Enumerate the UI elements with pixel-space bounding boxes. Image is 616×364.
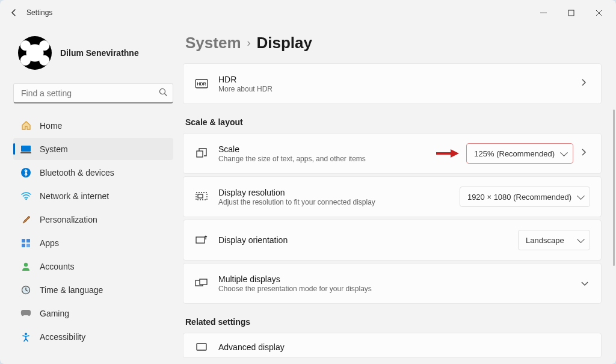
clock-icon — [20, 285, 31, 295]
system-icon — [20, 144, 31, 155]
sidebar-item-label: Bluetooth & devices — [40, 168, 114, 177]
search-wrap — [13, 83, 173, 103]
profile-name: Dilum Senevirathne — [60, 48, 139, 58]
accessibility-icon — [20, 332, 31, 342]
profile[interactable]: Dilum Senevirathne — [13, 36, 173, 70]
chevron-right-icon — [581, 148, 590, 159]
multiple-displays-card[interactable]: Multiple displays Choose the presentatio… — [183, 263, 602, 304]
gaming-icon — [20, 308, 31, 319]
scale-icon — [194, 147, 209, 159]
home-icon — [20, 120, 31, 131]
svg-point-1 — [160, 89, 165, 94]
hdr-title: HDR — [218, 75, 273, 84]
svg-rect-9 — [26, 244, 30, 247]
sidebar-item-label: Accessibility — [40, 332, 85, 342]
svg-rect-6 — [22, 239, 25, 242]
nav: Home System Bluetooth & devices Network … — [13, 114, 173, 348]
svg-rect-15 — [197, 151, 203, 157]
svg-text:HDR: HDR — [197, 82, 206, 86]
sidebar-item-accessibility[interactable]: Accessibility — [13, 325, 173, 348]
sidebar-item-bluetooth[interactable]: Bluetooth & devices — [13, 161, 173, 184]
resolution-subtitle: Adjust the resolution to fit your connec… — [218, 198, 375, 206]
sidebar-item-label: Personalization — [40, 215, 97, 224]
sidebar-item-time[interactable]: Time & language — [13, 279, 173, 301]
brush-icon — [20, 214, 31, 225]
svg-rect-7 — [26, 239, 30, 242]
breadcrumb: System › Display — [183, 34, 602, 52]
chevron-right-icon — [581, 78, 590, 89]
sidebar-item-label: Apps — [40, 238, 59, 248]
sidebar: Dilum Senevirathne Home System — [0, 25, 180, 364]
svg-rect-18 — [196, 237, 205, 243]
sidebar-item-gaming[interactable]: Gaming — [13, 302, 173, 324]
window-controls — [529, 3, 612, 22]
settings-window: Settings Dilum Senevirathne Home — [0, 0, 616, 364]
maximize-button[interactable] — [557, 3, 585, 22]
sidebar-item-label: Network & internet — [40, 191, 109, 201]
sidebar-item-network[interactable]: Network & internet — [13, 185, 173, 207]
sidebar-item-label: System — [40, 144, 68, 154]
chevron-right-icon: › — [247, 37, 251, 49]
svg-rect-8 — [22, 244, 25, 247]
svg-point-10 — [24, 262, 28, 266]
display-icon — [194, 342, 209, 352]
orientation-icon — [194, 235, 209, 245]
orientation-select[interactable]: Landscape — [518, 230, 590, 250]
back-button[interactable] — [4, 2, 24, 23]
sidebar-item-home[interactable]: Home — [13, 114, 173, 137]
resolution-icon — [194, 191, 209, 202]
resolution-card[interactable]: Display resolution Adjust the resolution… — [183, 176, 602, 217]
svg-rect-21 — [197, 344, 206, 350]
sidebar-item-label: Time & language — [40, 285, 103, 295]
svg-rect-0 — [568, 10, 574, 16]
maximize-icon — [568, 10, 574, 16]
hdr-subtitle: More about HDR — [218, 85, 273, 93]
scale-subtitle: Change the size of text, apps, and other… — [218, 155, 366, 163]
sidebar-item-label: Gaming — [40, 309, 69, 318]
svg-rect-3 — [20, 152, 31, 153]
arrow-left-icon — [9, 8, 19, 17]
svg-point-5 — [25, 198, 27, 200]
scrollbar[interactable] — [613, 110, 615, 266]
multiple-displays-subtitle: Choose the presentation mode for your di… — [218, 285, 372, 293]
sidebar-item-label: Home — [40, 121, 62, 131]
resolution-select[interactable]: 1920 × 1080 (Recommended) — [460, 187, 590, 207]
hdr-card[interactable]: HDR HDR More about HDR — [183, 63, 602, 104]
scale-select[interactable]: 125% (Recommended) — [466, 143, 573, 164]
arrow-annotation-icon — [437, 149, 459, 158]
scale-title: Scale — [218, 144, 366, 154]
svg-rect-2 — [21, 146, 31, 152]
sidebar-item-personalization[interactable]: Personalization — [13, 208, 173, 230]
minimize-button[interactable] — [529, 3, 557, 22]
multiple-displays-title: Multiple displays — [218, 274, 372, 284]
close-button[interactable] — [585, 3, 612, 22]
titlebar: Settings — [0, 0, 616, 25]
svg-rect-17 — [198, 194, 203, 198]
close-icon — [596, 10, 602, 16]
window-title: Settings — [26, 8, 52, 17]
svg-rect-20 — [200, 279, 207, 285]
advanced-display-title: Advanced display — [218, 342, 285, 352]
main-panel: System › Display HDR HDR More about HDR … — [180, 25, 616, 364]
section-scale-layout: Scale & layout — [185, 117, 602, 127]
avatar — [18, 36, 52, 70]
orientation-card[interactable]: Display orientation Landscape — [183, 220, 602, 261]
sidebar-item-accounts[interactable]: Accounts — [13, 255, 173, 277]
resolution-title: Display resolution — [218, 188, 375, 197]
advanced-display-card[interactable]: Advanced display — [183, 333, 602, 358]
breadcrumb-current: Display — [257, 34, 313, 52]
svg-point-12 — [25, 333, 27, 335]
wifi-icon — [20, 191, 31, 202]
search-input[interactable] — [13, 83, 173, 103]
person-icon — [20, 261, 31, 272]
apps-icon — [20, 238, 31, 248]
hdr-icon: HDR — [194, 79, 209, 88]
scale-card[interactable]: Scale Change the size of text, apps, and… — [183, 133, 602, 174]
breadcrumb-parent[interactable]: System — [185, 34, 241, 52]
orientation-title: Display orientation — [218, 235, 288, 245]
multiple-displays-icon — [194, 279, 209, 288]
search-icon — [159, 88, 167, 99]
section-related: Related settings — [185, 317, 602, 327]
sidebar-item-system[interactable]: System — [13, 138, 173, 160]
sidebar-item-apps[interactable]: Apps — [13, 232, 173, 254]
